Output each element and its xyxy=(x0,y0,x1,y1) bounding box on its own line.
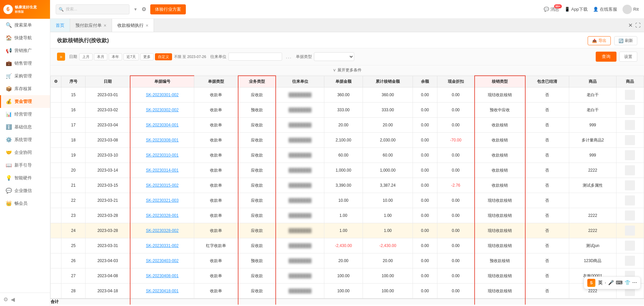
tab-prepay-close-icon[interactable]: × xyxy=(104,23,106,28)
voucher-no-link[interactable]: SK-20230321-003 xyxy=(146,198,178,203)
sidebar-item-operations[interactable]: 📊经营管理 xyxy=(0,108,50,121)
voucher-no-link[interactable]: SK-20230403-002 xyxy=(146,258,178,263)
refresh-button[interactable]: 🔄 刷新 xyxy=(614,36,637,45)
voucher-no-link[interactable]: SK-20230331-002 xyxy=(146,243,178,248)
row-cash-discount-cell: -70.00 xyxy=(437,133,475,148)
sougo-keyboard-icon[interactable]: ⌨ xyxy=(616,280,623,286)
settings-button[interactable]: 设置 xyxy=(619,52,637,62)
messages-button[interactable]: 💬 消息 99+ xyxy=(544,6,559,12)
topbar-search[interactable]: 🔍 搜索... xyxy=(56,4,129,14)
sidebar-item-label-enterprise: 企业协同 xyxy=(14,149,32,156)
voucher-no-link[interactable]: SK-20230302-002 xyxy=(146,108,178,112)
voucher-no-link[interactable]: SK-20230418-001 xyxy=(146,289,178,293)
export-button[interactable]: 📤 导出 xyxy=(588,36,611,45)
sougo-text-icon[interactable]: 英 xyxy=(598,280,603,286)
voucher-type-label: 单据类型 xyxy=(296,54,312,60)
row-date-cell: 2023-03-14 xyxy=(86,163,130,178)
sougo-voice-icon[interactable]: 🎤 xyxy=(608,280,614,286)
partner-blurred: ████████ xyxy=(289,153,312,158)
sidebar-item-basic[interactable]: ℹ️基础信息 xyxy=(0,121,50,133)
sidebar-item-hardware[interactable]: 💡智能硬件 xyxy=(0,172,50,184)
row-writeoff-type-cell: 现结收款核销 xyxy=(475,238,525,253)
this-month-button[interactable]: 本月 xyxy=(94,53,107,60)
sidebar-item-purchase[interactable]: 🛒采购管理 xyxy=(0,70,50,82)
row-partner-cell: ████████ xyxy=(276,284,324,299)
export-icon: 📤 xyxy=(592,39,597,43)
row-cash-discount-cell: 0.00 xyxy=(437,238,475,253)
sidebar-item-search[interactable]: 🔍搜索菜单 xyxy=(0,19,50,32)
voucher-no-link[interactable]: SK-20230301-002 xyxy=(146,93,178,97)
voucher-no-link[interactable]: SK-20230314-001 xyxy=(146,168,178,173)
gear-icon[interactable]: ⚙ xyxy=(142,6,146,12)
this-year-button[interactable]: 本年 xyxy=(109,53,122,60)
expand-more-bar[interactable]: ∨ 展开更多条件 xyxy=(50,65,644,75)
online-service-button[interactable]: 👤 在线客服 xyxy=(593,6,617,12)
col-goods-img-header: 商品 xyxy=(616,76,644,87)
sidebar-item-finance[interactable]: 💰资金管理 xyxy=(0,95,50,108)
row-goods-cell: 老白干 xyxy=(569,103,616,118)
tab-home[interactable]: 首页 xyxy=(50,19,70,32)
voucher-no-link[interactable]: SK-20230308-001 xyxy=(146,138,178,142)
maximize-icon[interactable]: ⛶ xyxy=(635,22,641,28)
last-7-days-button[interactable]: 近7天 xyxy=(123,53,139,60)
collapse-icon[interactable]: ◀ xyxy=(11,296,15,303)
query-button[interactable]: 查询 xyxy=(596,52,616,62)
row-settings-cell xyxy=(51,223,61,238)
refresh-icon: 🔄 xyxy=(619,39,624,43)
row-cash-discount-cell: 0.00 xyxy=(437,208,475,223)
table-row: 21 2023-03-15 SK-20230315-002 收款单 应收款 ██… xyxy=(51,178,644,193)
data-table-container: ⚙ 序号 日期 单据编号 单据类型 业务类型 往来单位 单据金额 累计核销金额 … xyxy=(50,75,644,306)
sidebar-item-enterprise[interactable]: 🤝企业协同 xyxy=(0,146,50,159)
user-avatar[interactable]: Rit xyxy=(623,5,639,14)
industry-solution-button[interactable]: 体验行业方案 xyxy=(150,4,186,14)
dropdown-arrow-icon[interactable]: ▼ xyxy=(133,7,138,12)
sougo-more-icon[interactable]: ⋯ xyxy=(632,280,637,286)
tab-collection[interactable]: 收款核销执行 × xyxy=(112,19,154,32)
row-business-type-cell: 应收款 xyxy=(238,148,276,163)
sidebar-item-quick-nav[interactable]: 🏠快捷导航 xyxy=(0,32,50,44)
sidebar-item-label-marketing: 营销推广 xyxy=(14,48,32,54)
voucher-no-link[interactable]: SK-20230315-002 xyxy=(146,183,178,188)
voucher-type-select[interactable] xyxy=(314,52,354,61)
sidebar-item-system[interactable]: ⚙️系统管理 xyxy=(0,133,50,146)
partner-blurred: ████████ xyxy=(289,273,312,278)
voucher-no-link[interactable]: SK-20230304-001 xyxy=(146,123,178,127)
row-include-settled-cell: 否 xyxy=(525,133,569,148)
partner-blurred: ████████ xyxy=(289,168,312,173)
voucher-no-link[interactable]: SK-20230328-001 xyxy=(146,213,178,218)
sougo-dot-icon: · xyxy=(605,280,606,286)
sidebar-item-wechat[interactable]: 💬企业微信 xyxy=(0,184,50,197)
tabs-right-controls: ✕ ⛶ xyxy=(625,19,644,32)
col-settings-header[interactable]: ⚙ xyxy=(51,76,61,87)
sidebar-item-inventory[interactable]: 📦库存核算 xyxy=(0,82,50,95)
more-date-button[interactable]: 更多 xyxy=(140,53,154,60)
row-goods-img-cell xyxy=(616,87,644,103)
row-partner-cell: ████████ xyxy=(276,133,324,148)
content-area: 收款核销执行(按收款) 📤 导出 🔄 刷新 » 日期 上月 本月 xyxy=(50,32,644,306)
sidebar-item-marketing[interactable]: 📢营销推广 xyxy=(0,44,50,57)
partner-filter-input[interactable] xyxy=(228,53,282,61)
app-download-button[interactable]: 📱 App下载 xyxy=(565,6,588,12)
sidebar-item-sales[interactable]: 💼销售管理 xyxy=(0,57,50,70)
sougo-shirt-icon[interactable]: 👕 xyxy=(625,280,630,286)
tab-collection-close-icon[interactable]: × xyxy=(146,23,148,28)
table-row: 22 2023-03-21 SK-20230321-003 收款单 应收款 ██… xyxy=(51,193,644,208)
row-no-cell: 27 xyxy=(61,268,86,284)
custom-date-button[interactable]: 自定义 xyxy=(155,53,172,60)
voucher-no-link[interactable]: SK-20230408-001 xyxy=(146,273,178,278)
row-business-type-cell: 应收款 xyxy=(238,193,276,208)
row-no-cell: 26 xyxy=(61,253,86,268)
close-all-tabs-icon[interactable]: ✕ xyxy=(628,22,633,28)
row-voucher-no-cell: SK-20230308-001 xyxy=(130,133,194,148)
voucher-no-link[interactable]: SK-20230328-002 xyxy=(146,228,178,233)
sidebar-item-guide[interactable]: 📖新手引导 xyxy=(0,159,50,172)
filter-toggle-button[interactable]: » xyxy=(57,53,65,61)
settings-icon[interactable]: ⚙ xyxy=(3,296,8,303)
voucher-no-link[interactable]: SK-20230310-001 xyxy=(146,153,178,158)
date-range-display: 不限 至 2023-07-26 xyxy=(174,54,206,59)
last-month-button[interactable]: 上月 xyxy=(79,53,93,60)
row-voucher-type-cell: 收款单 xyxy=(194,193,238,208)
sidebar-item-member[interactable]: 👑畅会员 xyxy=(0,197,50,210)
row-goods-img-cell xyxy=(616,133,644,148)
tab-prepay[interactable]: 预付款应付单 × xyxy=(70,19,112,32)
